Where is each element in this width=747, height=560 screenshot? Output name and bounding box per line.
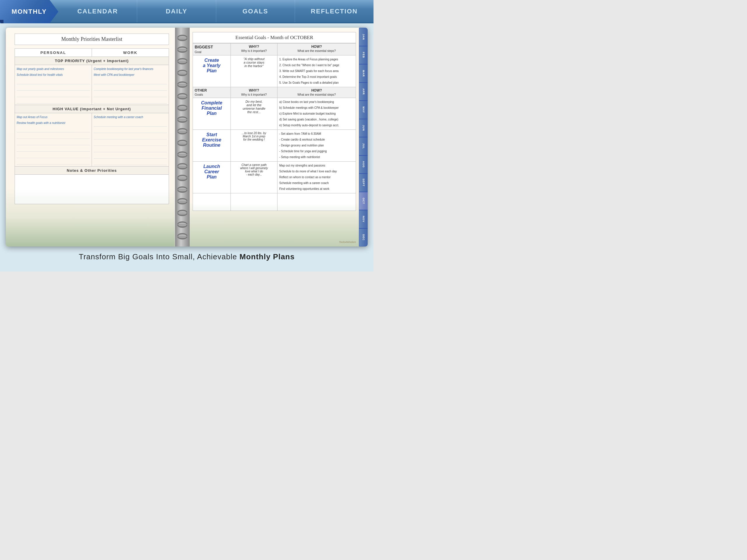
biggest-goal-how: 1. Explore the Areas of Focus planning p…	[278, 55, 356, 87]
top-priority-title: TOP PRIORITY (Urgent + Important)	[15, 57, 169, 65]
month-tab-feb[interactable]: FEB	[359, 46, 368, 64]
other-goal-row-1: Complete Financial Plan Do my best, and …	[193, 98, 356, 130]
other-goal-row-2: Start Exercise Routine ...to lose 20 lbs…	[193, 130, 356, 162]
right-page: Essential Goals - Month of OCTOBER BIGGE…	[190, 28, 368, 246]
month-tab-oct[interactable]: OCT	[359, 192, 368, 210]
hv-work-1: Schedule meeting with a career coach	[94, 114, 167, 120]
biggest-header-row: BIGGEST Goal WHY? Why is it important? H…	[193, 44, 356, 55]
other-goal-2-name: Start Exercise Routine	[193, 130, 231, 162]
empty-row	[94, 159, 167, 165]
empty-row	[94, 91, 167, 97]
other-how-header: HOW? What are the essential steps?	[278, 87, 356, 98]
biggest-goal-row: Create a Yearly Plan "A ship without a c…	[193, 55, 356, 87]
notes-body[interactable]	[15, 175, 169, 204]
spiral-ring	[177, 93, 188, 100]
empty-row	[94, 152, 167, 159]
month-tab-jul[interactable]: JUL	[359, 137, 368, 156]
month-tab-apr[interactable]: APR	[359, 83, 368, 101]
notes-section: Notes & Other Priorities	[15, 166, 169, 204]
notes-title: Notes & Other Priorities	[15, 166, 169, 175]
spiral-ring	[177, 70, 188, 76]
watermark: Tools4Wisdom	[339, 241, 356, 243]
monthly-ribbon[interactable]: MONTHLY	[0, 0, 58, 23]
empty-row	[94, 146, 167, 152]
personal-item-2: Schedule blood test for health vitals	[17, 72, 90, 78]
left-page: Monthly Priorities Masterlist PERSONAL W…	[6, 28, 175, 246]
top-priority-personal: Map out yearly goals and milestones Sche…	[15, 65, 92, 105]
empty-row	[17, 145, 90, 152]
main-content: Monthly Priorities Masterlist PERSONAL W…	[0, 23, 374, 271]
month-tab-nov[interactable]: NOV	[359, 210, 368, 229]
high-value-rows: Map out Areas of Focus Review health goa…	[15, 113, 169, 166]
spiral-ring	[177, 58, 188, 64]
biggest-goal-name: Create a Yearly Plan	[193, 55, 231, 87]
month-tab-sept[interactable]: SEPT	[359, 174, 368, 192]
spiral-ring	[177, 233, 188, 239]
goals-table: BIGGEST Goal WHY? Why is it important? H…	[192, 43, 356, 211]
top-priority-rows: Map out yearly goals and milestones Sche…	[15, 65, 169, 105]
other-goal-1-why: Do my best, and let the universe handle …	[231, 98, 278, 130]
spiral-ring	[177, 46, 188, 53]
spiral-ring	[177, 128, 188, 134]
month-tab-may[interactable]: MAY	[359, 101, 368, 119]
other-goal-3-name: Launch Career Plan	[193, 162, 231, 193]
other-header-row: OTHER Goals WHY? Why is it important? HO…	[193, 87, 356, 98]
month-tab-dec[interactable]: DEC	[359, 229, 368, 247]
column-headers: PERSONAL WORK	[15, 48, 169, 57]
personal-header: PERSONAL	[15, 49, 92, 57]
empty-row	[94, 120, 167, 127]
spiral-ring	[177, 81, 188, 88]
high-value-title: HIGH VALUE (Important + Not Urgent)	[15, 105, 169, 113]
navigation-bar: MONTHLY CALENDAR DAILY GOALS REFLECTION	[0, 0, 374, 23]
month-tabs: JAN FEB MAR APR MAY JUN JUL AUG SEPT OCT…	[359, 28, 368, 246]
hv-personal-2: Review health goals with a nutritionist	[17, 120, 90, 126]
spiral-ring	[177, 116, 188, 123]
month-tab-mar[interactable]: MAR	[359, 64, 368, 83]
other-why-header: WHY? Why is it important?	[231, 87, 278, 98]
other-goal-row-4	[193, 193, 356, 211]
right-page-title: Essential Goals - Month of OCTOBER	[192, 32, 356, 43]
other-goal-3-why: Chart a career path where I will genuine…	[231, 162, 278, 193]
personal-item-1: Map out yearly goals and milestones	[17, 66, 90, 72]
tab-calendar[interactable]: CALENDAR	[58, 0, 137, 23]
work-item-2: Meet with CPA and bookkeeper	[94, 72, 167, 78]
biggest-why-header: WHY? Why is it important?	[231, 44, 278, 55]
spiral-binding	[175, 28, 190, 246]
top-priority-work: Complete bookkeeping for last year's fin…	[92, 65, 169, 105]
empty-row	[17, 158, 90, 164]
other-goal-1-how: a) Close books on last year's bookkeepin…	[278, 98, 356, 130]
biggest-goal-why: "A ship without a course stays in the ha…	[231, 55, 278, 87]
tab-goals[interactable]: GOALS	[216, 0, 295, 23]
month-tab-jan[interactable]: JAN	[359, 28, 368, 46]
month-tab-jun[interactable]: JUN	[359, 119, 368, 137]
empty-row	[17, 97, 90, 104]
tab-reflection[interactable]: REFLECTION	[295, 0, 374, 23]
other-goal-header: OTHER Goals	[193, 87, 231, 98]
high-value-work: Schedule meeting with a career coach	[92, 113, 169, 166]
empty-row	[17, 152, 90, 158]
spiral-ring	[177, 198, 188, 205]
empty-row	[94, 78, 167, 84]
hv-personal-1: Map out Areas of Focus	[17, 114, 90, 120]
work-item-1: Complete bookkeeping for last year's fin…	[94, 66, 167, 72]
other-goal-2-why: ...to lose 20 lbs. by March 1st in prep …	[231, 130, 278, 162]
empty-row	[17, 91, 90, 97]
tab-daily[interactable]: DAILY	[137, 0, 216, 23]
biggest-how-header: HOW? What are the essential steps?	[278, 44, 356, 55]
month-tab-aug[interactable]: AUG	[359, 156, 368, 174]
how-steps-biggest: 1. Explore the Areas of Focus planning p…	[279, 57, 354, 86]
empty-row	[94, 133, 167, 139]
spiral-ring	[177, 140, 188, 146]
left-page-title: Monthly Priorities Masterlist	[15, 33, 169, 45]
other-goal-3-how: Map out my strengths and passions Schedu…	[278, 162, 356, 193]
bottom-tagline: Transform Big Goals Into Small, Achievab…	[6, 246, 368, 267]
notebook: Monthly Priorities Masterlist PERSONAL W…	[6, 28, 368, 246]
empty-row	[94, 97, 167, 104]
empty-row	[17, 139, 90, 145]
monthly-tab-label: MONTHLY	[12, 8, 47, 16]
other-goal-1-name: Complete Financial Plan	[193, 98, 231, 130]
spiral-ring	[177, 175, 188, 181]
empty-row	[17, 78, 90, 84]
empty-row	[17, 132, 90, 139]
high-value-personal: Map out Areas of Focus Review health goa…	[15, 113, 92, 166]
